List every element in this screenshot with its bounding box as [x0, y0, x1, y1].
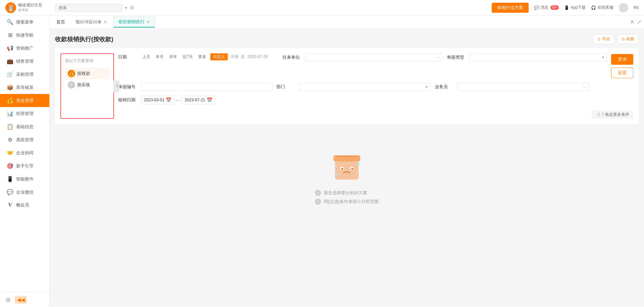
sidebar-settings-icon[interactable]: ⚙	[5, 296, 11, 304]
empty-tips: 1 请先选择要分析的方案 2 用[过滤]条件来缩小分析范围	[315, 190, 378, 205]
filter-dept-row: 部门 ▾	[276, 83, 431, 91]
query-button[interactable]: 查询	[611, 54, 633, 65]
date-btn-this-year[interactable]: 本年	[168, 53, 178, 60]
writeoff-date-end-input[interactable]: 2023-07-21 📅	[181, 96, 215, 104]
handshake-icon: 🤝	[7, 150, 13, 156]
order-no-input[interactable]	[144, 85, 269, 89]
chart-icon: 📊	[7, 110, 13, 117]
sidebar-label-biz: 经营管理	[16, 111, 34, 117]
close-window-icon[interactable]: ✕	[630, 19, 634, 25]
tab-bar: 首页 预付冲应付单 ✕ 收款核销执行 ✕ ✕ ⤢	[50, 15, 644, 29]
counterparty-select[interactable]: ···	[305, 53, 443, 61]
tip1-num: 1	[315, 190, 321, 196]
tab-prepay[interactable]: 预付冲应付单 ✕	[70, 17, 112, 27]
setting-icon: ⚙	[7, 137, 13, 143]
filter-option-by-receivable[interactable]: ⏱ 按应收	[65, 79, 109, 91]
tab-home[interactable]: 首页	[52, 17, 69, 27]
tab-prepay-close[interactable]: ✕	[104, 20, 107, 24]
sidebar-item-inventory[interactable]: 📦 库存核算	[0, 81, 49, 94]
user-name: Rit	[634, 5, 639, 10]
filter-date-area: 日期 上月 本月 本年 近7天 更多 自定义 不限	[118, 53, 278, 60]
sidebar-item-smart-hw[interactable]: 📱 智能硬件	[0, 172, 49, 186]
sidebar-item-newbie[interactable]: 🎯 新手引导	[0, 159, 49, 172]
expand-icon[interactable]: ⤢	[637, 19, 641, 25]
date-unlimited-text: 不限 至 2023-07-26	[230, 54, 268, 60]
order-no-label: 单据编号	[118, 84, 136, 90]
tab-bar-right: ✕ ⤢	[630, 19, 641, 25]
wechat-icon: 💬	[7, 189, 13, 195]
sidebar-label-quick-nav: 快捷导航	[16, 32, 34, 38]
dept-select[interactable]: ▾	[299, 83, 431, 91]
refresh-button[interactable]: ↻ 刷新	[617, 34, 639, 44]
sidebar-item-fund[interactable]: 💰 资金管理	[0, 94, 49, 107]
empty-tip-2: 2 用[过滤]条件来缩小分析范围	[315, 199, 378, 205]
filter-salesperson-area: 业务员 ···	[435, 83, 589, 91]
industry-btn[interactable]: 体验行业方案	[492, 3, 529, 13]
tab-prepay-label: 预付冲应付单	[75, 19, 102, 25]
sidebar-item-weixin[interactable]: 💬 企业微信	[0, 186, 49, 199]
online-service-item[interactable]: 🎧 在线客服	[591, 5, 613, 10]
sidebar-item-biz[interactable]: 📊 经营管理	[0, 107, 49, 120]
tab-writeoff[interactable]: 收款核销执行 ✕	[113, 16, 155, 28]
sidebar: 🔍 搜索菜单 ⊞ 快捷导航 📢 营销推广 💼 销售管理 🛒 采购管理 📦 库存核…	[0, 15, 50, 307]
date-btn-more[interactable]: 更多	[197, 53, 208, 60]
sidebar-item-marketing[interactable]: 📢 营销推广	[0, 42, 49, 55]
gear-icon[interactable]: ⚙	[130, 4, 135, 11]
sidebar-item-system[interactable]: ⚙ 系统管理	[0, 133, 49, 146]
settings-button[interactable]: 设置	[611, 67, 633, 78]
date-btn-this-month[interactable]: 本月	[154, 53, 165, 60]
filter-wrapper: 按以下方案查询 💰 按收款 ⏱ 按应收 《	[55, 48, 639, 124]
collapse-more-label: 收起更多条件	[605, 112, 629, 117]
collapse-more-btn[interactable]: 《《 收起更多条件	[592, 110, 633, 119]
tip2-num: 2	[315, 199, 321, 205]
page-actions: ⇪ 导出 ↻ 刷新	[593, 34, 639, 44]
page-title: 收款核销执行(按收款)	[55, 35, 113, 43]
sidebar-label-sales: 销售管理	[16, 58, 34, 64]
svg-point-8	[336, 173, 338, 176]
filter-right-panel: 日期 上月 本月 本年 近7天 更多 自定义 不限	[118, 53, 633, 119]
sidebar-item-basic[interactable]: 📋 基础信息	[0, 120, 49, 133]
sidebar-label-enterprise: 企业协同	[16, 150, 34, 156]
writeoff-date-start-input[interactable]: 2023-03-01 📅	[141, 96, 174, 104]
filter-order-type-area: 单据类型 ▾	[447, 53, 607, 61]
filter-option-by-receipt[interactable]: 💰 按收款	[65, 68, 109, 79]
receivable-icon: ⏱	[68, 81, 75, 89]
date-btn-custom[interactable]: 自定义	[210, 53, 228, 60]
export-button[interactable]: ⇪ 导出	[593, 34, 614, 44]
salesperson-select[interactable]: ···	[458, 83, 589, 91]
filter-counterparty-area: 往来单位 ···	[282, 53, 443, 61]
filter-row3: 核销日期 2023-03-01 📅 — 2023-07-21	[118, 96, 633, 104]
messages-item[interactable]: 💬 消息 99+	[534, 5, 559, 10]
counterparty-dots-icon: ···	[436, 55, 440, 60]
salesperson-label: 业务员	[435, 84, 452, 90]
date-to-text: 至	[241, 54, 245, 59]
date-btn-7days[interactable]: 近7天	[181, 53, 194, 60]
search-icon: 🔍	[7, 19, 13, 25]
top-search-input[interactable]	[55, 4, 122, 12]
user-avatar[interactable]	[619, 3, 628, 12]
tab-writeoff-close[interactable]: ✕	[147, 19, 150, 24]
sidebar-item-sales[interactable]: 💼 销售管理	[0, 55, 49, 68]
top-bar-right: 💬 消息 99+ 📱 App下载 🎧 在线客服 Rit	[534, 3, 639, 12]
sidebar-collapse-icon[interactable]: ◀◀	[15, 296, 27, 304]
filter-collapse-btn[interactable]: 《	[113, 80, 119, 92]
writeoff-date-label: 核销日期	[118, 97, 136, 103]
filter-writeoff-date-area: 核销日期 2023-03-01 📅 — 2023-07-21	[118, 96, 288, 104]
dropdown-icon[interactable]: ▾	[125, 5, 127, 10]
svg-rect-0	[335, 159, 359, 180]
svg-point-6	[352, 168, 353, 170]
date-btn-last-month[interactable]: 上月	[141, 53, 152, 60]
sidebar-label-purchase: 采购管理	[16, 71, 34, 78]
app-download-item[interactable]: 📱 App下载	[564, 5, 586, 10]
sidebar-item-enterprise[interactable]: 🤝 企业协同	[0, 146, 49, 159]
svg-point-7	[357, 162, 360, 166]
dept-chevron-icon: ▾	[426, 85, 428, 89]
empty-state: 1 请先选择要分析的方案 2 用[过滤]条件来缩小分析范围	[55, 124, 639, 225]
calendar-end-icon[interactable]: 📅	[207, 97, 212, 103]
sidebar-item-quick-nav[interactable]: ⊞ 快捷导航	[0, 29, 49, 42]
sidebar-item-member[interactable]: V 畅会员	[0, 199, 49, 211]
sidebar-item-purchase[interactable]: 🛒 采购管理	[0, 68, 49, 81]
order-type-select[interactable]: ▾	[470, 53, 607, 61]
calendar-start-icon[interactable]: 📅	[166, 97, 171, 103]
sidebar-item-search-menu[interactable]: 🔍 搜索菜单	[0, 15, 49, 29]
